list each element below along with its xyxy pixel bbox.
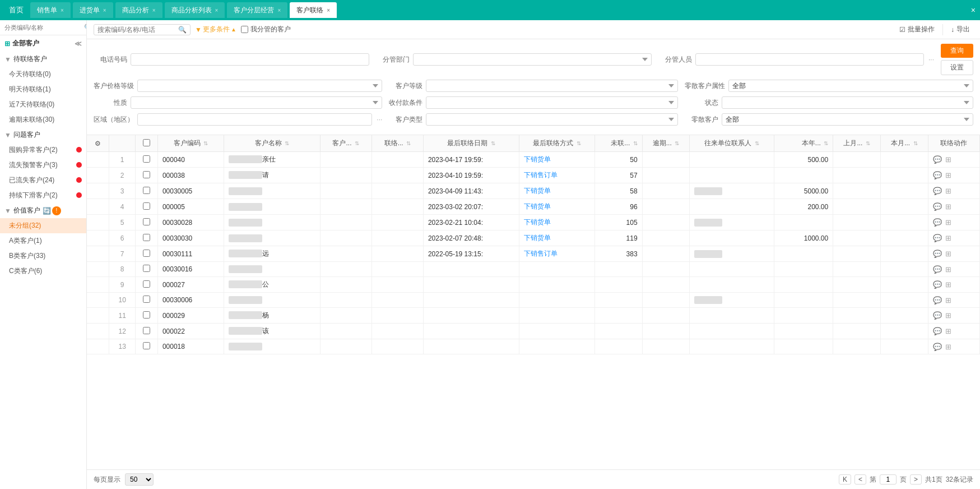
- reset-button[interactable]: 设置: [941, 60, 973, 75]
- last-date-col-header[interactable]: 最后联络日期 ⇅: [423, 135, 519, 152]
- chat-icon[interactable]: 💬: [933, 250, 942, 258]
- close-customer-contact-icon[interactable]: ×: [327, 7, 330, 13]
- last-method-link[interactable]: 下销货单: [524, 202, 551, 210]
- close-all-icon[interactable]: ×: [971, 6, 976, 15]
- gender-select[interactable]: [131, 96, 382, 109]
- first-page-btn[interactable]: K: [839, 474, 851, 485]
- sidebar-item-a-class[interactable]: A类客户(1): [0, 233, 86, 248]
- sidebar-item-c-class[interactable]: C类客户(6): [0, 264, 86, 279]
- sidebar-item-lost[interactable]: 已流失客户(24): [0, 173, 86, 188]
- chat-icon[interactable]: 💬: [933, 234, 942, 242]
- more-action-icon[interactable]: ⊞: [945, 202, 951, 211]
- row-checkbox[interactable]: [143, 265, 150, 272]
- search-icon[interactable]: 🔍: [178, 26, 187, 34]
- tab-purchase[interactable]: 进货单 ×: [73, 2, 113, 18]
- price-level-select[interactable]: [137, 80, 382, 92]
- chat-icon[interactable]: 💬: [933, 311, 942, 320]
- dept-select[interactable]: [413, 53, 652, 66]
- close-product-list-icon[interactable]: ×: [215, 7, 219, 13]
- sidebar-search-box[interactable]: 🔍: [0, 20, 86, 35]
- overdue-col-header[interactable]: 逾期... ⇅: [642, 135, 690, 152]
- last-contact-method[interactable]: 下销货单: [519, 230, 595, 246]
- row-checkbox[interactable]: [143, 280, 150, 288]
- last-contact-method[interactable]: [519, 262, 595, 277]
- code-sort-icon[interactable]: ⇅: [203, 140, 208, 146]
- region-more-icon[interactable]: ···: [377, 116, 382, 123]
- row-checkbox[interactable]: [143, 327, 150, 334]
- contact-col-header[interactable]: 联络... ⇅: [371, 135, 423, 152]
- sidebar-item-7days[interactable]: 近7天待联络(0): [0, 97, 86, 112]
- last-method-link[interactable]: 下销货单: [524, 218, 551, 226]
- tab-sales[interactable]: 销售单 ×: [30, 2, 71, 18]
- more-action-icon[interactable]: ⊞: [945, 171, 951, 179]
- my-customers-input[interactable]: [241, 26, 248, 33]
- chat-icon[interactable]: 💬: [933, 187, 942, 195]
- home-tab[interactable]: 首页: [4, 5, 28, 15]
- more-action-icon[interactable]: ⊞: [945, 218, 951, 227]
- value-customer-group[interactable]: ▼ 价值客户 🔄 !: [0, 203, 86, 218]
- last-contact-method[interactable]: [519, 293, 595, 308]
- no-contact-col-header[interactable]: 未联... ⇅: [594, 135, 642, 152]
- this-month-col-header[interactable]: 本月... ⇅: [880, 135, 928, 152]
- row-checkbox[interactable]: [143, 171, 150, 178]
- manager-input[interactable]: [695, 53, 924, 66]
- more-action-icon[interactable]: ⊞: [945, 343, 951, 351]
- no-contact-sort-icon[interactable]: ⇅: [633, 140, 638, 146]
- sidebar-item-today[interactable]: 今天待联络(0): [0, 67, 86, 82]
- last-method-sort-icon[interactable]: ⇅: [577, 140, 581, 146]
- tab-product-analysis[interactable]: 商品分析 ×: [115, 2, 162, 18]
- all-customers-header[interactable]: ⊞ 全部客户 ≪: [0, 35, 86, 52]
- tab-customer-tier[interactable]: 客户分层经营 ×: [227, 2, 287, 18]
- last-date-sort-icon[interactable]: ⇅: [491, 140, 495, 146]
- row-checkbox[interactable]: [143, 342, 150, 349]
- row-checkbox[interactable]: [143, 234, 150, 241]
- chat-icon[interactable]: 💬: [933, 218, 942, 227]
- status-select[interactable]: [722, 96, 973, 109]
- last-method-link[interactable]: 下销货单: [524, 187, 551, 195]
- unit-contact-col-header[interactable]: 往来单位联系人 ⇅: [690, 135, 774, 152]
- problem-customer-group[interactable]: ▼ 问题客户: [0, 127, 86, 142]
- chat-icon[interactable]: 💬: [933, 155, 942, 164]
- pending-contact-group[interactable]: ▼ 待联络客户: [0, 52, 86, 67]
- last-contact-method[interactable]: [519, 324, 595, 339]
- row-checkbox[interactable]: [143, 187, 150, 194]
- row-checkbox[interactable]: [143, 202, 150, 210]
- last-month-sort-icon[interactable]: ⇅: [866, 140, 870, 146]
- retail-attr-select[interactable]: 全部: [728, 80, 973, 92]
- settings-col-header[interactable]: ⚙: [87, 135, 109, 152]
- sidebar-item-tomorrow[interactable]: 明天待联络(1): [0, 82, 86, 97]
- last-method-col-header[interactable]: 最后联络方式 ⇅: [519, 135, 595, 152]
- close-purchase-icon[interactable]: ×: [103, 7, 106, 13]
- last-contact-method[interactable]: [519, 308, 595, 324]
- sidebar-item-declining[interactable]: 持续下滑客户(2): [0, 188, 86, 203]
- search-box[interactable]: 🔍: [94, 24, 191, 35]
- contact-sort-icon[interactable]: ⇅: [406, 140, 411, 146]
- query-button[interactable]: 查询: [941, 44, 973, 58]
- tab-customer-contact[interactable]: 客户联络 ×: [290, 2, 337, 18]
- this-year-col-header[interactable]: 本年... ⇅: [774, 135, 833, 152]
- chat-icon[interactable]: 💬: [933, 171, 942, 179]
- prev-page-btn[interactable]: <: [854, 474, 866, 485]
- customer-level-select[interactable]: [426, 80, 677, 92]
- last-contact-method[interactable]: 下销货单: [519, 152, 595, 168]
- customer-type-select[interactable]: [426, 113, 677, 126]
- sidebar-item-b-class[interactable]: B类客户(33): [0, 248, 86, 264]
- select-all-checkbox[interactable]: [143, 139, 150, 146]
- type-sort-icon[interactable]: ⇅: [355, 140, 359, 146]
- chat-icon[interactable]: 💬: [933, 202, 942, 211]
- sidebar-search-input[interactable]: [4, 24, 82, 31]
- last-month-col-header[interactable]: 上月... ⇅: [833, 135, 881, 152]
- more-action-icon[interactable]: ⊞: [945, 155, 951, 164]
- sidebar-item-ungrouped[interactable]: 未分组(32): [0, 218, 86, 233]
- last-contact-method[interactable]: 下销货单: [519, 199, 595, 215]
- more-action-icon[interactable]: ⊞: [945, 234, 951, 242]
- page-size-select[interactable]: 20 50 100: [125, 473, 154, 486]
- chat-icon[interactable]: 💬: [933, 327, 942, 335]
- manager-more-icon[interactable]: ···: [928, 56, 934, 63]
- more-action-icon[interactable]: ⊞: [945, 265, 951, 274]
- phone-input[interactable]: [131, 53, 369, 66]
- this-month-sort-icon[interactable]: ⇅: [913, 140, 918, 146]
- more-action-icon[interactable]: ⊞: [945, 187, 951, 195]
- more-action-icon[interactable]: ⊞: [945, 296, 951, 305]
- type-col-header[interactable]: 客户... ⇅: [320, 135, 371, 152]
